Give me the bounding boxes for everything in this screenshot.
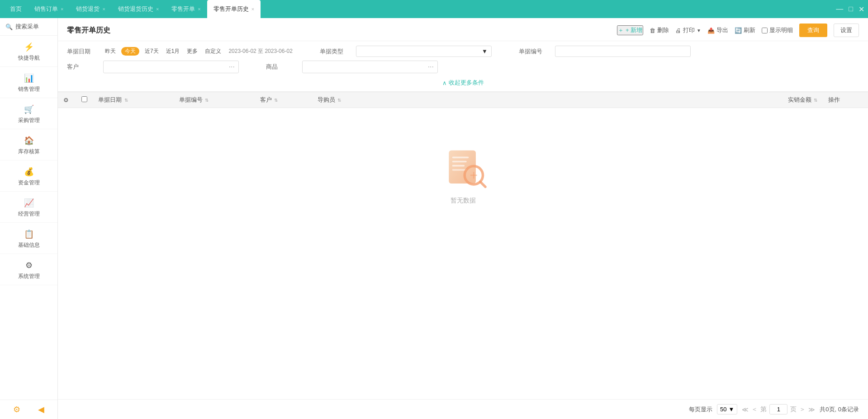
tab-sales-return-history[interactable]: 销货退货历史 × [112, 0, 165, 18]
show-detail-label: 显示明细 [769, 26, 793, 34]
table-area: ⚙ 单据日期 ⇅ 单据编号 ⇅ 客户 [58, 92, 868, 399]
date-btn-more[interactable]: 更多 [185, 47, 199, 56]
th-operation: 操作 [823, 92, 868, 108]
sidebar-collapse-icon[interactable]: ◀ [38, 405, 44, 414]
date-btn-yesterday[interactable]: 昨天 [103, 47, 118, 56]
date-btn-1month[interactable]: 近1月 [164, 47, 182, 56]
filter-order-type-dropdown-icon: ▼ [482, 48, 488, 55]
add-button[interactable]: ＋ + 新增 [617, 25, 643, 35]
tab-retail-open-close[interactable]: × [198, 6, 200, 12]
empty-icon [441, 144, 486, 189]
filter-goods-input[interactable]: ··· [302, 61, 438, 73]
tab-retail-open[interactable]: 零售开单 × [165, 0, 207, 18]
quick-nav-icon: ⚡ [24, 42, 34, 52]
basic-info-icon: 📋 [24, 229, 34, 239]
sidebar-item-finance[interactable]: 💰 资金管理 [0, 160, 57, 192]
setting-button[interactable]: 设置 [834, 24, 859, 37]
page-next-icon[interactable]: ＞ [799, 405, 806, 414]
tab-sales-order[interactable]: 销售订单 × [28, 0, 70, 18]
delete-icon: 🗑 [650, 27, 655, 34]
svg-rect-2 [452, 161, 466, 163]
collapse-chevron-icon: ∧ [442, 80, 447, 86]
sidebar-item-basic-info[interactable]: 📋 基础信息 [0, 223, 57, 254]
th-guide-label: 导购员 [318, 96, 335, 103]
sidebar-item-basic-info-label: 基础信息 [18, 241, 40, 249]
tab-sales-return-close[interactable]: × [102, 6, 105, 12]
svg-line-6 [480, 182, 485, 187]
th-check[interactable] [76, 92, 93, 108]
delete-button[interactable]: 🗑 删除 [650, 26, 669, 34]
operations-icon: 📈 [24, 198, 34, 208]
page-prev-icon[interactable]: ＜ [751, 405, 758, 414]
page-first-icon[interactable]: ≪ [742, 406, 749, 413]
refresh-button[interactable]: 🔄 刷新 [735, 26, 755, 34]
show-detail-input[interactable] [762, 28, 768, 33]
tab-sales-return[interactable]: 销货退货 × [70, 0, 111, 18]
filter-customer-input[interactable]: ··· [103, 61, 239, 73]
collapse-btn[interactable]: ∧ 收起更多条件 [442, 79, 484, 87]
filter-customer-label: 客户 [67, 63, 94, 71]
query-button[interactable]: 查询 [799, 24, 827, 37]
tab-bar: 首页 销售订单 × 销货退货 × 销货退货历史 × 零售开单 × 零售开单历史 … [0, 0, 868, 18]
sidebar-item-sales-mgmt[interactable]: 📊 销售管理 [0, 67, 57, 98]
sidebar-item-quick-nav[interactable]: ⚡ 快捷导航 [0, 36, 57, 67]
sidebar-item-purchase-mgmt[interactable]: 🛒 采购管理 [0, 98, 57, 129]
filter-date-btns: 昨天 今天 近7天 近1月 更多 自定义 2023-06-02 至 2023-0… [103, 47, 293, 56]
svg-rect-1 [452, 157, 469, 159]
filter-order-no-input[interactable] [555, 46, 691, 57]
filter-order-type-select[interactable]: ▼ [356, 46, 492, 57]
window-close-icon[interactable]: ✕ [859, 5, 864, 14]
sidebar-item-system-mgmt[interactable]: ⚙ 系统管理 [0, 254, 57, 285]
per-page-dropdown-icon: ▼ [728, 406, 734, 413]
sidebar-item-operations-label: 经营管理 [18, 210, 40, 218]
date-btn-custom[interactable]: 自定义 [203, 47, 223, 56]
th-date[interactable]: 单据日期 ⇅ [93, 92, 174, 108]
date-btn-today[interactable]: 今天 [121, 47, 139, 56]
window-minimize-icon[interactable]: — [836, 5, 843, 13]
th-checkbox[interactable] [81, 96, 87, 102]
th-customer-label: 客户 [260, 96, 272, 103]
add-label: + 新增 [626, 26, 642, 34]
export-icon: 📤 [707, 27, 715, 34]
sidebar-item-inventory[interactable]: 🏠 库存核算 [0, 129, 57, 160]
header-actions: ＋ + 新增 🗑 删除 🖨 打印 ▼ 📤 导出 🔄 [617, 24, 859, 37]
tab-retail-open-history-close[interactable]: × [251, 6, 254, 12]
th-operation-label: 操作 [828, 96, 840, 103]
page-last-icon[interactable]: ≫ [808, 406, 815, 413]
date-btn-7days[interactable]: 近7天 [143, 47, 161, 56]
sidebar-item-operations[interactable]: 📈 经营管理 [0, 192, 57, 223]
tab-sales-order-close[interactable]: × [61, 6, 63, 12]
sidebar-search[interactable]: 🔍 搜索采单 [0, 18, 57, 36]
window-restore-icon[interactable]: □ [849, 5, 853, 13]
sidebar: 🔍 搜索采单 ⚡ 快捷导航 📊 销售管理 🛒 采购管理 🏠 库存核算 💰 资金管… [0, 18, 58, 419]
export-button[interactable]: 📤 导出 [707, 26, 728, 34]
th-customer[interactable]: 客户 ⇅ [255, 92, 312, 108]
th-amount-sort-icon: ⇅ [814, 98, 817, 103]
sidebar-settings-icon[interactable]: ⚙ [13, 405, 20, 414]
sidebar-item-sales-mgmt-label: 销售管理 [18, 85, 40, 93]
tab-retail-open-history-label: 零售开单历史 [213, 5, 249, 13]
th-date-label: 单据日期 [98, 96, 122, 103]
filter-row-1: 单据日期 昨天 今天 近7天 近1月 更多 自定义 2023-06-02 至 2… [67, 46, 859, 57]
tab-sales-return-history-close[interactable]: × [156, 6, 159, 12]
per-page-select[interactable]: 50 ▼ [717, 404, 737, 414]
th-amount-label[interactable]: 实销金额 ⇅ [742, 92, 823, 108]
page-input[interactable] [769, 404, 787, 414]
tab-sales-order-label: 销售订单 [34, 5, 58, 13]
th-settings[interactable]: ⚙ [58, 92, 76, 108]
empty-state: 暂无数据 [58, 108, 868, 241]
tab-home[interactable]: 首页 [4, 0, 28, 18]
per-page-value: 50 [720, 406, 726, 413]
th-amount [381, 92, 742, 108]
refresh-label: 刷新 [744, 26, 755, 34]
filter-goods-dots: ··· [428, 63, 434, 71]
th-order-no[interactable]: 单据编号 ⇅ [174, 92, 255, 108]
show-detail-checkbox[interactable]: 显示明细 [762, 26, 793, 34]
sidebar-item-purchase-mgmt-label: 采购管理 [18, 117, 40, 124]
th-guide[interactable]: 导购员 ⇅ [312, 92, 381, 108]
print-button[interactable]: 🖨 打印 ▼ [675, 26, 701, 34]
tab-retail-open-history[interactable]: 零售开单历史 × [207, 0, 261, 18]
filter-customer-dots: ··· [229, 63, 235, 71]
svg-rect-3 [452, 165, 464, 167]
tab-retail-open-label: 零售开单 [171, 5, 195, 13]
